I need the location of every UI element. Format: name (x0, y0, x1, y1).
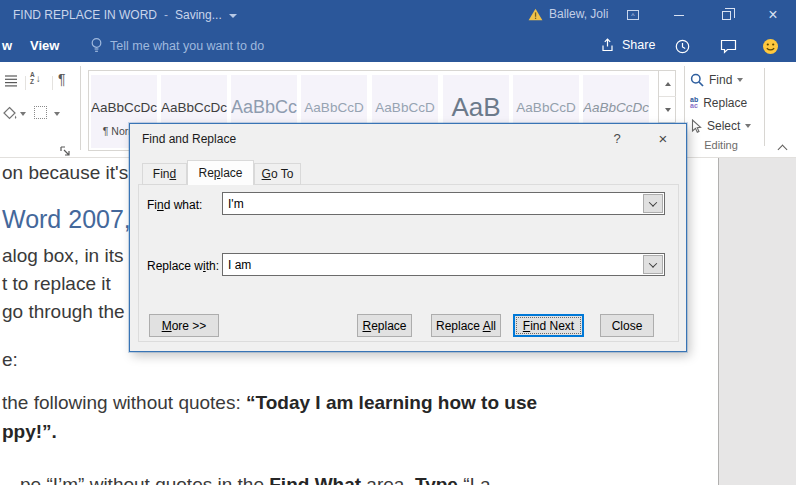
user-name[interactable]: Ballew, Joli (549, 7, 608, 21)
tell-me-box[interactable]: Tell me what you want to do (90, 37, 264, 54)
doc-text-line: ppy!”. (2, 421, 57, 443)
window-close-icon: × (768, 6, 777, 24)
doc-heading: Word 2007, (2, 205, 131, 234)
minimize-button[interactable] (664, 0, 694, 30)
select-label: Select (707, 119, 740, 133)
dialog-close-button[interactable]: × (652, 128, 674, 148)
dialog-launcher-icon (60, 146, 70, 156)
find-label: Find (709, 73, 732, 87)
search-icon (690, 73, 704, 87)
doc-text-line: alog box, in its (2, 245, 123, 267)
line-spacing-icon (4, 74, 18, 88)
window-close-button[interactable]: × (758, 0, 788, 30)
replace-label: Replace (703, 96, 747, 110)
editing-group-label: Editing (686, 139, 756, 151)
find-what-label: Find what: (147, 198, 202, 212)
doc-text-line-clipped: pe “I’m” without quotes in the Find What… (20, 474, 491, 485)
find-next-button[interactable]: Find Next (513, 314, 584, 337)
share-button[interactable]: Share (599, 37, 655, 53)
share-icon (599, 37, 615, 53)
history-button[interactable] (672, 36, 692, 56)
replace-with-dropdown-button[interactable] (643, 255, 663, 274)
ribbon-display-options-icon: ^ (627, 10, 639, 20)
smiley-icon (762, 38, 779, 55)
replace-button[interactable]: abac Replace (690, 95, 747, 111)
shading-dropdown[interactable] (20, 112, 26, 116)
tell-me-label: Tell me what you want to do (110, 39, 264, 53)
find-what-combo (222, 192, 665, 215)
select-menu-button[interactable]: Select (690, 118, 751, 134)
find-menu-button[interactable]: Find (690, 72, 743, 88)
show-formatting-button[interactable]: ¶ (58, 71, 66, 87)
borders-dropdown[interactable] (54, 112, 60, 116)
shading-button[interactable] (2, 106, 18, 121)
doc-text-line: the following without quotes: “Today I a… (2, 392, 537, 414)
doc-text-line: e: (2, 349, 18, 371)
replace-action-button[interactable]: Replace (357, 314, 412, 337)
find-what-dropdown-button[interactable] (643, 194, 663, 213)
line-spacing-button[interactable] (4, 74, 18, 88)
warning-icon[interactable] (528, 8, 543, 21)
chevron-down-icon (54, 112, 60, 116)
title-separator: - (164, 8, 168, 22)
account-area[interactable]: Ballew, Joli (528, 7, 608, 21)
sort-icon: AZ (30, 72, 35, 85)
tab-view[interactable]: View (30, 38, 59, 53)
word-window: FIND REPLACE IN WORD - Saving... Ballew,… (0, 0, 796, 485)
replace-with-label: Replace with: (147, 259, 219, 273)
chevron-down-icon (745, 124, 751, 128)
off-page-area (718, 158, 796, 485)
saving-status: Saving... (175, 8, 222, 22)
chevron-down-icon (649, 198, 657, 206)
collapse-ribbon-button[interactable] (774, 142, 790, 156)
cursor-arrow-icon (690, 119, 702, 134)
triangle-up-icon (665, 82, 671, 86)
history-icon (674, 38, 691, 55)
gallery-scroll-down-button[interactable] (659, 97, 676, 123)
lightbulb-icon (90, 37, 103, 54)
replace-with-input[interactable] (223, 254, 664, 275)
dialog-title-bar[interactable]: Find and Replace ? × (130, 124, 686, 153)
ribbon-display-options-button[interactable]: ^ (618, 0, 648, 30)
find-what-input[interactable] (223, 193, 664, 214)
help-icon: ? (613, 131, 620, 146)
comment-icon (720, 39, 737, 54)
triangle-down-icon (665, 108, 671, 112)
sort-button[interactable]: AZ ↓ (30, 72, 41, 85)
minimize-icon (674, 15, 684, 16)
restore-button[interactable] (711, 0, 741, 30)
borders-button[interactable] (34, 106, 47, 119)
chevron-up-icon (777, 144, 787, 154)
more-button[interactable]: More >> (149, 314, 219, 337)
replace-all-button[interactable]: Replace All (431, 314, 501, 337)
restore-icon (722, 11, 731, 20)
ribbon-tab-row: w View Tell me what you want to do Share (0, 30, 796, 62)
title-bar[interactable]: FIND REPLACE IN WORD - Saving... Ballew,… (0, 0, 796, 30)
doc-text-line: on because it's (2, 162, 128, 184)
close-icon: × (659, 130, 668, 147)
replace-with-combo (222, 253, 665, 276)
feedback-smiley-button[interactable] (760, 36, 780, 56)
tab-go-to[interactable]: Go To (254, 163, 301, 185)
tab-review-partial[interactable]: w (2, 38, 12, 53)
comments-button[interactable] (718, 36, 738, 56)
dialog-title: Find and Replace (142, 132, 236, 146)
title-dropdown-icon[interactable] (229, 14, 237, 18)
chevron-down-icon (20, 112, 26, 116)
borders-icon (34, 106, 47, 119)
find-replace-dialog: Find and Replace ? × Find Replace Go To … (129, 123, 687, 352)
doc-text-line: go through the (2, 301, 125, 323)
paint-bucket-icon (2, 106, 18, 121)
share-label: Share (622, 38, 655, 52)
chevron-down-icon (737, 78, 743, 82)
gallery-scroll-up-button[interactable] (659, 71, 676, 97)
chevron-down-icon (649, 259, 657, 267)
document-title: FIND REPLACE IN WORD - Saving... (13, 8, 237, 22)
doc-text-line: t to replace it (2, 273, 111, 295)
document-title-text: FIND REPLACE IN WORD (13, 8, 157, 22)
close-button[interactable]: Close (600, 314, 654, 337)
tab-find[interactable]: Find (142, 163, 187, 185)
pilcrow-icon: ¶ (58, 71, 66, 87)
dialog-help-button[interactable]: ? (606, 128, 628, 148)
tab-replace[interactable]: Replace (187, 160, 254, 185)
